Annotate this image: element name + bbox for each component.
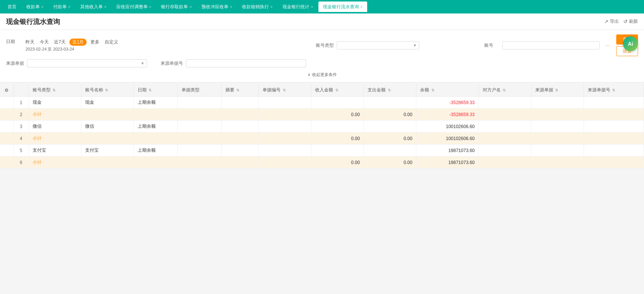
nav-tab-cash-bank-flow[interactable]: 现金银行流水查询 × [318,1,367,12]
close-icon[interactable]: × [104,5,107,9]
refresh-label: 刷新 [629,18,638,25]
nav-tab-collection-exec[interactable]: 收款核销执行 × [237,1,277,12]
balance-cell: 100102606.60 [416,121,479,133]
account-name-cell [81,109,134,121]
account-name-cell [81,157,134,169]
nav-tab-bank-deposit[interactable]: 银行存取款单 × [156,1,196,12]
row-num-cell: 4 [14,133,29,145]
table-header-gear[interactable]: ⚙ [0,84,14,97]
source-doc-no-cell [584,109,644,121]
data-table-container: ⚙ 账号类型 ⇅ 账号名称 ⇅ 日期 ⇅ 单据类型 摘要 ⇅ 单据编号 ⇅ 收入… [0,84,644,169]
table-header-summary[interactable]: 摘要 ⇅ [222,84,259,97]
table-header-counterpart[interactable]: 对方户名 ⇅ [479,84,531,97]
table-header-source-doc[interactable]: 来源单据 ⇅ [531,84,584,97]
expense-cell [364,121,416,133]
account-type-cell: 支付宝 [29,145,81,157]
table-row[interactable]: 4 小计 0.00 0.00 100102606.60 [0,133,644,145]
balance-cell: 100102606.60 [416,133,479,145]
refresh-button[interactable]: ↺ 刷新 [623,18,638,25]
account-type-select[interactable]: ▾ [337,41,419,49]
shortcut-yesterday[interactable]: 昨天 [24,39,36,46]
table-header-date[interactable]: 日期 ⇅ [134,84,177,97]
close-icon[interactable]: × [68,5,71,9]
doc-type-cell [177,121,221,133]
ai-assistant-button[interactable]: Ai [623,36,638,51]
table-header-row: ⚙ 账号类型 ⇅ 账号名称 ⇅ 日期 ⇅ 单据类型 摘要 ⇅ 单据编号 ⇅ 收入… [0,84,644,97]
table-row[interactable]: 2 小计 0.00 0.00 -3528659.33 [0,109,644,121]
date-cell: 上期余额 [134,121,177,133]
nav-tab-payment[interactable]: 付款单 × [49,1,75,12]
table-header-income[interactable]: 收入金额 ⇅ [311,84,364,97]
close-icon[interactable]: × [311,5,313,9]
nav-tab-ap-adjust[interactable]: 应收应付调整单 × [112,1,156,12]
date-cell: 上期余额 [134,145,177,157]
table-header-doc-no[interactable]: 单据编号 ⇅ [259,84,311,97]
shortcut-last7[interactable]: 近7天 [53,39,67,46]
export-button[interactable]: ↗ 导出 [604,18,619,25]
export-label: 导出 [610,18,619,25]
chevron-down-icon: ▾ [414,43,416,48]
date-shortcuts: 昨天 今天 近7天 近1月 更多 自定义 [24,39,120,46]
counterpart-cell [479,97,531,109]
summary-cell [222,145,259,157]
date-cell [134,157,177,169]
page-header: 现金银行流水查询 ↗ 导出 ↺ 刷新 [0,13,644,30]
table-header-account-type[interactable]: 账号类型 ⇅ [29,84,81,97]
income-cell: 0.00 [311,109,364,121]
balance-cell: -3528659.33 [416,97,479,109]
source-doc-select[interactable]: ▾ [27,59,147,67]
account-type-cell: 现金 [29,97,81,109]
nav-tab-advance-offset[interactable]: 预收冲应收单 × [197,1,237,12]
nav-tab-other-income[interactable]: 其他收入单 × [76,1,111,12]
table-row[interactable]: 1 现金 现金 上期余额 -3528659.33 [0,97,644,109]
close-icon[interactable]: × [360,5,363,9]
table-header-account-name[interactable]: 账号名称 ⇅ [81,84,134,97]
nav-tab-other-income-label: 其他收入单 [80,4,103,10]
nav-tab-payment-label: 付款单 [53,4,67,10]
account-label: 账号 [484,42,499,49]
collapse-bar[interactable]: ∧ 收起更多条件 [6,70,638,79]
table-row[interactable]: 5 支付宝 支付宝 上期余额 19871073.60 [0,145,644,157]
nav-tab-home[interactable]: 首页 [3,1,21,12]
filter-area: 日期 昨天 今天 近7天 近1月 更多 自定义 2023-02-24 至 202… [0,30,644,82]
source-doc-no-cell [584,133,644,145]
close-icon[interactable]: × [270,5,273,9]
shortcut-last1m[interactable]: 近1月 [69,39,87,46]
table-header-source-doc-no[interactable]: 来源单据号 ⇅ [584,84,644,97]
account-type-cell: 小计 [29,109,81,121]
nav-tab-collection-exec-label: 收款核销执行 [242,4,269,10]
row-gear-cell [0,97,14,109]
account-name-cell [81,133,134,145]
account-input[interactable] [502,41,600,49]
expense-cell: 0.00 [364,109,416,121]
shortcut-custom[interactable]: 自定义 [103,39,120,46]
sort-icon: ⇅ [555,88,558,92]
table-row[interactable]: 6 小计 0.00 0.00 19871073.60 [0,157,644,169]
nav-tab-receipt[interactable]: 收款单 × [22,1,48,12]
source-doc-cell [531,97,584,109]
shortcut-today[interactable]: 今天 [38,39,50,46]
income-cell [311,121,364,133]
source-doc-no-input[interactable] [186,59,306,67]
close-icon[interactable]: × [41,5,44,9]
source-doc-cell [531,133,584,145]
row-gear-cell [0,109,14,121]
sort-icon: ⇅ [388,88,391,92]
source-doc-no-label: 来源单据号 [161,60,183,67]
row-num-cell: 2 [14,109,29,121]
summary-cell [222,133,259,145]
collapse-label: 收起更多条件 [312,72,337,78]
table-header-expense[interactable]: 支出金额 ⇅ [364,84,416,97]
sort-icon: ⇅ [283,88,286,92]
nav-tab-cash-bank-stat[interactable]: 现金银行统计 × [278,1,318,12]
table-header-balance[interactable]: 余额 ⇅ [416,84,479,97]
nav-tab-ap-adjust-label: 应收应付调整单 [116,4,148,10]
close-icon[interactable]: × [149,5,152,9]
table-row[interactable]: 3 微信 微信 上期余额 100102606.60 [0,121,644,133]
sort-icon: ⇅ [53,88,56,92]
close-icon[interactable]: × [189,5,192,9]
close-icon[interactable]: × [230,5,232,9]
doc-no-cell [259,145,311,157]
account-ellipsis-button[interactable]: ··· [603,42,612,49]
shortcut-more[interactable]: 更多 [89,39,101,46]
